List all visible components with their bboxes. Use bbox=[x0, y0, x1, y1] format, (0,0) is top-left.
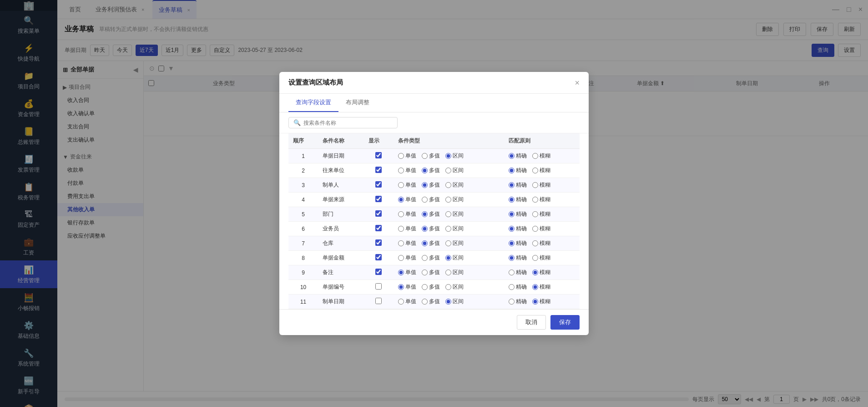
modal-tab-field-settings[interactable]: 查询字段设置 bbox=[288, 94, 338, 112]
modal-ct-多值[interactable]: 多值 bbox=[422, 225, 440, 233]
modal-row-condition-type: 单值多值区间 bbox=[394, 149, 504, 163]
modal-row-condition-type: 单值多值区间 bbox=[394, 193, 504, 207]
modal-ct-单值[interactable]: 单值 bbox=[398, 269, 416, 276]
modal-tab-layout[interactable]: 布局调整 bbox=[338, 94, 377, 112]
modal-ct-多值[interactable]: 多值 bbox=[422, 196, 440, 204]
modal-row-condition-type: 单值多值区间 bbox=[394, 295, 504, 309]
modal-ct-单值[interactable]: 单值 bbox=[398, 152, 416, 160]
modal-row-condition-type: 单值多值区间 bbox=[394, 178, 504, 193]
modal-ct-多值[interactable]: 多值 bbox=[422, 239, 440, 247]
modal-tabs: 查询字段设置 布局调整 bbox=[279, 94, 589, 112]
modal-ct-区间[interactable]: 区间 bbox=[445, 225, 464, 233]
modal-mr-模糊[interactable]: 模糊 bbox=[532, 254, 550, 262]
modal-mr-精确[interactable]: 精确 bbox=[509, 298, 527, 305]
modal-row-match-rule: 精确模糊 bbox=[504, 222, 580, 236]
modal-ct-区间[interactable]: 区间 bbox=[445, 181, 464, 189]
modal-ct-单值[interactable]: 单值 bbox=[398, 283, 416, 291]
modal-ct-区间[interactable]: 区间 bbox=[445, 210, 464, 218]
modal-row-condition-type: 单值多值区间 bbox=[394, 251, 504, 265]
modal-mr-模糊[interactable]: 模糊 bbox=[532, 167, 550, 174]
modal-mr-模糊[interactable]: 模糊 bbox=[532, 269, 550, 276]
modal-row-match-rule: 精确模糊 bbox=[504, 280, 580, 295]
modal-row-name: 单据编号 bbox=[318, 280, 364, 295]
modal-row-show-checkbox[interactable] bbox=[375, 269, 382, 275]
modal-mr-精确[interactable]: 精确 bbox=[509, 225, 527, 233]
modal-ct-区间[interactable]: 区间 bbox=[445, 269, 464, 276]
modal-mr-模糊[interactable]: 模糊 bbox=[532, 239, 550, 247]
modal-ct-单值[interactable]: 单值 bbox=[398, 239, 416, 247]
modal-ct-多值[interactable]: 多值 bbox=[422, 210, 440, 218]
modal-row-condition-type: 单值多值区间 bbox=[394, 280, 504, 295]
modal-search-inner: 🔍 bbox=[288, 117, 398, 128]
modal-row-show-checkbox[interactable] bbox=[375, 254, 382, 260]
modal-mr-模糊[interactable]: 模糊 bbox=[532, 210, 550, 218]
modal-mr-模糊[interactable]: 模糊 bbox=[532, 196, 550, 204]
modal-mr-精确[interactable]: 精确 bbox=[509, 152, 527, 160]
modal-row-match-rule: 精确模糊 bbox=[504, 163, 580, 178]
modal-ct-区间[interactable]: 区间 bbox=[445, 167, 464, 174]
modal-mr-精确[interactable]: 精确 bbox=[509, 239, 527, 247]
modal-ct-区间[interactable]: 区间 bbox=[445, 152, 464, 160]
modal-ct-多值[interactable]: 多值 bbox=[422, 298, 440, 305]
modal-row-show-checkbox[interactable] bbox=[375, 196, 382, 202]
modal-row-order: 6 bbox=[288, 222, 318, 236]
modal-search: 🔍 bbox=[279, 112, 589, 133]
modal-row-show-checkbox[interactable] bbox=[375, 283, 382, 290]
modal-ct-多值[interactable]: 多值 bbox=[422, 254, 440, 262]
modal-ct-多值[interactable]: 多值 bbox=[422, 181, 440, 189]
modal-row-show-checkbox[interactable] bbox=[375, 152, 382, 158]
modal-row-order: 5 bbox=[288, 207, 318, 222]
modal-ct-单值[interactable]: 单值 bbox=[398, 254, 416, 262]
modal-row-show-checkbox[interactable] bbox=[375, 210, 382, 217]
modal-ct-区间[interactable]: 区间 bbox=[445, 196, 464, 204]
modal-ct-单值[interactable]: 单值 bbox=[398, 196, 416, 204]
modal-row-order: 3 bbox=[288, 178, 318, 193]
modal-mr-模糊[interactable]: 模糊 bbox=[532, 283, 550, 291]
modal-ct-区间[interactable]: 区间 bbox=[445, 239, 464, 247]
modal-title: 设置查询区域布局 bbox=[288, 78, 343, 87]
modal-mr-模糊[interactable]: 模糊 bbox=[532, 298, 550, 305]
modal-row-show-checkbox[interactable] bbox=[375, 225, 382, 231]
modal-mr-精确[interactable]: 精确 bbox=[509, 196, 527, 204]
modal-row-condition-type: 单值多值区间 bbox=[394, 163, 504, 178]
modal-row-condition-type: 单值多值区间 bbox=[394, 207, 504, 222]
modal-ct-多值[interactable]: 多值 bbox=[422, 152, 440, 160]
modal-row-order: 10 bbox=[288, 280, 318, 295]
modal-ct-多值[interactable]: 多值 bbox=[422, 269, 440, 276]
modal-row-name: 备注 bbox=[318, 265, 364, 280]
modal-mr-模糊[interactable]: 模糊 bbox=[532, 181, 550, 189]
modal-mr-精确[interactable]: 精确 bbox=[509, 167, 527, 174]
modal-mr-精确[interactable]: 精确 bbox=[509, 181, 527, 189]
modal-row-show-checkbox[interactable] bbox=[375, 239, 382, 246]
modal-ct-多值[interactable]: 多值 bbox=[422, 283, 440, 291]
modal-body: 查询字段设置 布局调整 🔍 顺序 条件名称 bbox=[279, 94, 589, 309]
modal-row-match-rule: 精确模糊 bbox=[504, 251, 580, 265]
modal-mr-精确[interactable]: 精确 bbox=[509, 254, 527, 262]
modal-mr-模糊[interactable]: 模糊 bbox=[532, 152, 550, 160]
modal: 设置查询区域布局 × 查询字段设置 布局调整 🔍 bbox=[279, 72, 589, 335]
modal-row-match-rule: 精确模糊 bbox=[504, 178, 580, 193]
modal-col-condition-type: 条件类型 bbox=[394, 133, 504, 149]
modal-cancel-button[interactable]: 取消 bbox=[517, 315, 546, 330]
modal-mr-精确[interactable]: 精确 bbox=[509, 210, 527, 218]
modal-ct-单值[interactable]: 单值 bbox=[398, 210, 416, 218]
modal-ct-单值[interactable]: 单值 bbox=[398, 298, 416, 305]
modal-save-button[interactable]: 保存 bbox=[550, 315, 580, 330]
modal-row-order: 9 bbox=[288, 265, 318, 280]
modal-mr-精确[interactable]: 精确 bbox=[509, 269, 527, 276]
modal-ct-区间[interactable]: 区间 bbox=[445, 254, 464, 262]
modal-ct-单值[interactable]: 单值 bbox=[398, 167, 416, 174]
modal-ct-区间[interactable]: 区间 bbox=[445, 298, 464, 305]
modal-search-input[interactable] bbox=[303, 120, 393, 126]
modal-ct-多值[interactable]: 多值 bbox=[422, 167, 440, 174]
modal-mr-精确[interactable]: 精确 bbox=[509, 283, 527, 291]
modal-ct-单值[interactable]: 单值 bbox=[398, 225, 416, 233]
modal-close-button[interactable]: × bbox=[575, 79, 580, 87]
modal-ct-区间[interactable]: 区间 bbox=[445, 283, 464, 291]
modal-row-show-checkbox[interactable] bbox=[375, 167, 382, 173]
modal-row-match-rule: 精确模糊 bbox=[504, 207, 580, 222]
modal-row-show-checkbox[interactable] bbox=[375, 181, 382, 188]
modal-mr-模糊[interactable]: 模糊 bbox=[532, 225, 550, 233]
modal-row-show-checkbox[interactable] bbox=[375, 298, 382, 304]
modal-ct-单值[interactable]: 单值 bbox=[398, 181, 416, 189]
